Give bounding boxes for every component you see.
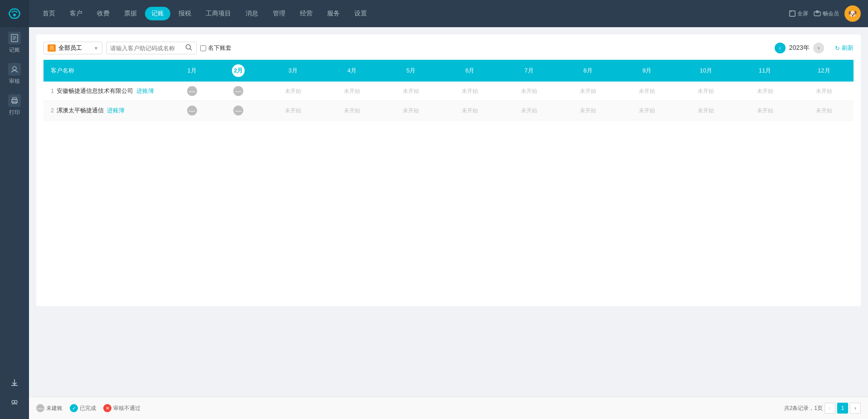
nav-message[interactable]: 消息: [239, 7, 265, 20]
prev-page-button[interactable]: ‹: [825, 403, 835, 414]
not-started-label: 未开始: [521, 88, 537, 94]
nav-ledger[interactable]: 记账: [145, 7, 170, 20]
legend-rejected: ✕ 审核不通过: [103, 404, 140, 412]
month-cell-10: 未开始: [676, 101, 735, 120]
svg-point-11: [14, 400, 17, 403]
not-started-label: 未开始: [521, 107, 537, 114]
month-cell-12: 未开始: [795, 101, 854, 120]
month-cell-1: [170, 82, 213, 101]
col-header-m9: 9月: [617, 60, 676, 82]
employee-select[interactable]: 员 全部员工 ▼: [43, 42, 102, 54]
next-year-button[interactable]: ›: [813, 43, 824, 53]
svg-point-15: [186, 45, 191, 49]
app-logo: [6, 5, 23, 22]
sidebar-item-audit[interactable]: 审核: [0, 58, 29, 90]
col-header-m4: 4月: [323, 60, 381, 82]
month-cell-3: 未开始: [263, 82, 322, 101]
svg-rect-12: [790, 11, 795, 16]
month-cell-5: 未开始: [381, 82, 440, 101]
my-ledger-checkbox-label[interactable]: 名下账套: [200, 44, 231, 52]
refresh-label: 刷新: [842, 44, 854, 52]
row-index: 1: [51, 87, 54, 94]
employee-tag: 员: [48, 44, 56, 52]
table-row: 1安徽畅捷通信息技术有限公司 进账簿未开始未开始未开始未开始未开始未开始未开始未…: [43, 82, 854, 101]
nav-service[interactable]: 服务: [321, 7, 346, 20]
nav-invoice[interactable]: 票据: [118, 7, 143, 20]
legend-not-created-label: 未建账: [46, 405, 63, 412]
search-button[interactable]: [185, 44, 192, 52]
not-started-label: 未开始: [462, 107, 478, 114]
nav-settings[interactable]: 设置: [348, 7, 373, 20]
legend-completed-label: 已完成: [80, 405, 96, 412]
year-nav: ‹ 2023年 ›: [775, 43, 824, 53]
month-cell-7: 未开始: [499, 101, 558, 120]
top-nav: 首页 客户 收费 票据 记账 报税 工商项目 消息 管理 经营 服务 设置 全屏: [29, 0, 868, 27]
nav-billing[interactable]: 收费: [91, 7, 116, 20]
nav-client[interactable]: 客户: [63, 7, 89, 20]
enter-ledger-link[interactable]: 进账簿: [136, 87, 154, 94]
vip-label: 畅会员: [823, 10, 839, 18]
month-cell-12: 未开始: [795, 82, 854, 101]
vip-button[interactable]: 畅会员: [814, 10, 839, 18]
month-cell-11: 未开始: [735, 82, 794, 101]
sidebar-item-download[interactable]: [0, 374, 29, 392]
total-records-text: 共2条记录，1页: [784, 405, 823, 412]
not-started-label: 未开始: [580, 88, 596, 94]
month-cell-10: 未开始: [676, 82, 735, 101]
month-cell-1: [170, 101, 213, 120]
month-cell-7: 未开始: [499, 82, 558, 101]
next-page-button[interactable]: ›: [850, 403, 861, 414]
refresh-button[interactable]: ↻ 刷新: [835, 44, 854, 52]
not-started-label: 未开始: [639, 107, 655, 114]
not-started-label: 未开始: [285, 107, 301, 114]
not-started-label: 未开始: [403, 107, 419, 114]
not-started-label: 未开始: [698, 88, 714, 94]
row-name-cell: 1安徽畅捷通信息技术有限公司 进账簿: [43, 82, 170, 101]
not-started-label: 未开始: [580, 107, 596, 114]
nav-business[interactable]: 工商项目: [199, 7, 237, 20]
month-cell-3: 未开始: [263, 101, 322, 120]
legend-not-created: — 未建账: [36, 404, 63, 412]
svg-point-0: [13, 14, 16, 16]
col-header-m6: 6月: [440, 60, 499, 82]
not-started-label: 未开始: [698, 107, 714, 114]
sidebar-item-print[interactable]: 打印: [0, 90, 29, 121]
svg-point-5: [13, 67, 16, 70]
nav-home[interactable]: 首页: [36, 7, 62, 20]
my-ledger-checkbox[interactable]: [200, 45, 206, 51]
nav-tax[interactable]: 报税: [172, 7, 198, 20]
refresh-icon: ↻: [835, 45, 840, 52]
sidebar-item-ledger[interactable]: 记账: [0, 27, 29, 58]
month-cell-2: [213, 82, 263, 101]
legend-gray-dot: —: [36, 404, 44, 412]
not-started-label: 未开始: [639, 88, 655, 94]
row-name-cell: 2漯澳太平畅捷通信 进账簿: [43, 101, 170, 120]
sidebar-print-label: 打印: [9, 109, 20, 116]
not-started-label: 未开始: [285, 88, 301, 94]
nav-right: 全屏 畅会员 🐶: [789, 5, 861, 22]
search-input[interactable]: [110, 45, 183, 52]
status-circle: [187, 86, 197, 96]
nav-manage[interactable]: 管理: [266, 7, 292, 20]
nav-operation[interactable]: 经营: [294, 7, 319, 20]
client-name: 安徽畅捷通信息技术有限公司: [57, 87, 133, 94]
fullscreen-button[interactable]: 全屏: [789, 10, 808, 18]
not-started-label: 未开始: [462, 88, 478, 94]
col-header-m2: 2月: [213, 60, 263, 82]
status-circle: [187, 106, 197, 116]
legend-rejected-label: 审核不通过: [113, 405, 140, 412]
user-avatar[interactable]: 🐶: [844, 5, 861, 22]
prev-year-button[interactable]: ‹: [775, 43, 786, 53]
month-cell-4: 未开始: [323, 82, 381, 101]
footer: — 未建账 ✓ 已完成 ✕ 审核不通过 共2条记录，1页 ‹ 1 ›: [29, 397, 868, 419]
not-started-label: 未开始: [816, 107, 832, 114]
sidebar-bottom: [0, 374, 29, 419]
status-circle: [233, 86, 243, 96]
sidebar-item-help[interactable]: [0, 394, 29, 412]
enter-ledger-link[interactable]: 进账簿: [107, 107, 125, 114]
toolbar: 员 全部员工 ▼ 名下账套: [43, 42, 854, 54]
year-display: 2023年: [789, 44, 810, 52]
svg-rect-13: [814, 12, 820, 16]
col-header-m8: 8月: [559, 60, 617, 82]
page-1-button[interactable]: 1: [837, 403, 848, 414]
